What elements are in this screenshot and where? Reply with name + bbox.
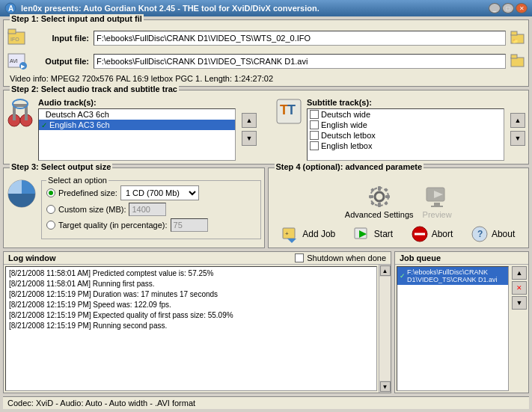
shutdown-row: Shutdown when done bbox=[295, 253, 386, 262]
svg-text:T: T bbox=[287, 102, 296, 117]
svg-text:📁: 📁 bbox=[513, 38, 519, 44]
close-button[interactable]: ✕ bbox=[516, 3, 528, 13]
custom-radio[interactable] bbox=[46, 205, 55, 214]
gear-icon bbox=[367, 185, 391, 209]
subtitle-down-button[interactable]: ▼ bbox=[510, 131, 525, 146]
video-info: Video info: MPEG2 720x576 PAL 16:9 letbo… bbox=[7, 74, 525, 83]
subtitle-track-0[interactable]: Deutsch wide bbox=[308, 109, 504, 120]
svg-rect-28 bbox=[369, 195, 373, 198]
audio-tracks-box: Audio track(s): Deutsch AC3 6ch ✓ Englis… bbox=[38, 98, 236, 161]
about-label: About bbox=[492, 229, 515, 239]
step2-panel: Step 2: Select audio track and subtitle … bbox=[3, 90, 529, 165]
log-scrollbar[interactable]: ▲ ▼ bbox=[379, 265, 391, 393]
maximize-button[interactable]: □ bbox=[502, 3, 514, 13]
input-file-field[interactable] bbox=[94, 31, 506, 46]
audio-down-button[interactable]: ▼ bbox=[242, 131, 257, 146]
start-button[interactable]: Start bbox=[353, 225, 393, 243]
output-file-field[interactable] bbox=[94, 54, 506, 69]
add-job-label: Add Job bbox=[302, 229, 335, 239]
predefined-radio[interactable] bbox=[46, 188, 55, 197]
svg-point-24 bbox=[375, 192, 384, 201]
queue-item-0[interactable]: ✓ F:\ebooks\FullDisc\CRANK D1\VIDEO_TS\C… bbox=[397, 267, 508, 285]
subtitle-track-3[interactable]: English letbox bbox=[308, 141, 504, 151]
abort-icon bbox=[411, 225, 429, 243]
subtitle-track-1[interactable]: English wide bbox=[308, 120, 504, 130]
step34-row: Step 3: Select output size Select an opt… bbox=[3, 167, 529, 248]
start-icon bbox=[353, 225, 371, 243]
scroll-up-button[interactable]: ▲ bbox=[380, 265, 391, 276]
custom-option-row: Custom size (MB): bbox=[46, 203, 256, 216]
audio-up-button[interactable]: ▲ bbox=[242, 113, 257, 128]
preview-button[interactable]: Preview bbox=[423, 185, 452, 219]
log-panel: Log window Shutdown when done [8/21/2008… bbox=[3, 251, 391, 393]
svg-rect-31 bbox=[384, 188, 388, 192]
audio-section: Audio track(s): Deutsch AC3 6ch ✓ Englis… bbox=[7, 98, 257, 161]
log-entry-2: [8/21/2008 12:15:19 PM] Duration was: 17… bbox=[9, 289, 373, 300]
svg-rect-29 bbox=[385, 195, 390, 198]
svg-rect-32 bbox=[370, 201, 375, 206]
queue-up-button[interactable]: ▲ bbox=[512, 266, 527, 280]
predefined-option-row: Predefined size: 1 CD (700 Mb) 2 CD (140… bbox=[46, 185, 256, 200]
audio-track-arrows: ▲ ▼ bbox=[242, 98, 257, 161]
subtitle-up-button[interactable]: ▲ bbox=[510, 113, 525, 128]
step4-title: Step 4 (optional): advanced paramete bbox=[275, 162, 424, 171]
svg-rect-6 bbox=[511, 31, 517, 35]
add-job-icon: + bbox=[281, 225, 299, 243]
log-entry-1: [8/21/2008 11:58:01 AM] Running first pa… bbox=[9, 279, 373, 289]
log-entry-0: [8/21/2008 11:58:01 AM] Predicted compte… bbox=[9, 268, 373, 279]
svg-text:AVI: AVI bbox=[10, 58, 18, 64]
subtitle-section: T T Subtitle track(s): Deutsch wide Engl… bbox=[275, 98, 525, 161]
queue-controls: ▲ ✕ ▼ bbox=[510, 265, 528, 393]
status-text: Codec: XviD - Audio: Auto - Auto width -… bbox=[7, 399, 195, 408]
abort-label: Abort bbox=[432, 229, 453, 239]
custom-value-field[interactable] bbox=[129, 203, 166, 216]
audio-track-0[interactable]: Deutsch AC3 6ch bbox=[39, 109, 235, 120]
status-bar: Codec: XviD - Audio: Auto - Auto width -… bbox=[3, 396, 529, 409]
output-file-row: AVI ▶ Output file: bbox=[7, 51, 525, 72]
svg-rect-26 bbox=[378, 186, 381, 191]
svg-rect-3 bbox=[8, 29, 16, 34]
step4-panel: Step 4 (optional): advanced paramete bbox=[268, 167, 530, 248]
target-value-field[interactable] bbox=[171, 218, 208, 232]
window-controls: _ □ ✕ bbox=[489, 3, 528, 13]
window-title: len0x presents: Auto Gordian Knot 2.45 -… bbox=[21, 4, 319, 13]
subtitle-tracks-list[interactable]: Deutsch wide English wide Deutsch letbox bbox=[307, 108, 504, 161]
log-content: [8/21/2008 11:58:01 AM] Predicted compte… bbox=[5, 266, 377, 391]
queue-down-button[interactable]: ▼ bbox=[512, 296, 527, 310]
input-file-row: IFO Input file: 📁 bbox=[7, 28, 525, 49]
pie-chart-icon bbox=[7, 179, 37, 209]
queue-title: Job queue bbox=[400, 253, 441, 262]
svg-rect-13 bbox=[511, 55, 517, 58]
input-browse-button[interactable]: 📁 bbox=[510, 31, 525, 46]
abort-button[interactable]: Abort bbox=[411, 225, 453, 243]
audio-tracks-list[interactable]: Deutsch AC3 6ch ✓ English AC3 6ch bbox=[38, 108, 236, 161]
predefined-label: Predefined size: bbox=[58, 188, 117, 197]
option-group-label: Select an option bbox=[46, 176, 108, 185]
queue-delete-button[interactable]: ✕ bbox=[512, 281, 527, 295]
target-radio[interactable] bbox=[46, 221, 55, 230]
bottom-row: Log window Shutdown when done [8/21/2008… bbox=[3, 251, 529, 393]
audio-track-1[interactable]: ✓ English AC3 6ch bbox=[39, 120, 235, 130]
minimize-button[interactable]: _ bbox=[489, 3, 501, 13]
output-file-label: Output file: bbox=[35, 57, 89, 66]
add-job-button[interactable]: + Add Job bbox=[281, 225, 335, 243]
svg-rect-33 bbox=[384, 201, 388, 206]
step4-actions: Advanced Settings Preview bbox=[272, 182, 526, 222]
main-actions: + Add Job Start Abort bbox=[272, 222, 526, 245]
log-header: Log window Shutdown when done bbox=[4, 252, 391, 265]
predefined-dropdown[interactable]: 1 CD (700 Mb) 2 CD (1400 Mb) DVD (4700 M… bbox=[120, 185, 199, 200]
scroll-down-button[interactable]: ▼ bbox=[380, 381, 391, 392]
queue-panel: Job queue ✓ F:\ebooks\FullDisc\CRANK D1\… bbox=[394, 251, 529, 393]
about-button[interactable]: ? About bbox=[471, 225, 515, 243]
subtitle-icon: T T bbox=[275, 98, 302, 125]
shutdown-checkbox[interactable] bbox=[295, 253, 304, 262]
queue-header: Job queue bbox=[395, 252, 528, 265]
target-option-row: Target quality (in percentage): bbox=[46, 218, 256, 232]
subtitle-track-2[interactable]: Deutsch letbox bbox=[308, 130, 504, 141]
audio-tracks-label: Audio track(s): bbox=[38, 98, 236, 107]
advanced-settings-button[interactable]: Advanced Settings bbox=[345, 185, 414, 219]
step1-title: Step 1: Select input and output fil bbox=[10, 14, 144, 23]
output-browse-button[interactable] bbox=[510, 54, 525, 69]
main-content: Step 1: Select input and output fil IFO … bbox=[0, 16, 532, 412]
svg-marker-39 bbox=[287, 239, 296, 243]
